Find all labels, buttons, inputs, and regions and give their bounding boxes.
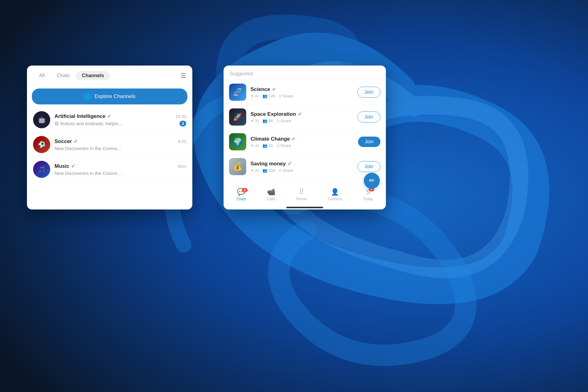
suggested-avatar-climate: 🌍 (229, 133, 246, 150)
suggested-avatar-space: 🚀 (229, 108, 246, 126)
suggested-name-money: Saving money ✓ (251, 161, 353, 167)
globe-icon: 🌐 (84, 93, 91, 100)
channel-item-ai[interactable]: 🤖 Artificial Intelligence ✓ 10:33 🖼 Robo… (27, 107, 192, 132)
join-button-science[interactable]: Join (357, 87, 380, 98)
left-panel: All Chats Channels ☰ 🌐 Explore Channels … (27, 66, 192, 209)
ai-label-science: ✦ AI (251, 94, 259, 98)
explore-channels-label: Explore Channels (94, 93, 135, 100)
suggested-header: Suggested (224, 66, 386, 80)
channel-time-music: Mon (178, 164, 186, 169)
contacts-icon: 👤 (331, 188, 339, 196)
tab-chats[interactable]: Chats (51, 71, 76, 80)
verified-science: ✓ (272, 87, 276, 92)
channel-time-ai: 10:33 (175, 114, 186, 119)
channel-avatar-ai: 🤖 (33, 111, 50, 128)
suggested-meta-space: ✦ AI 👥 86 ⎙ Share (251, 119, 353, 123)
ai-label-money: ✦ AI (251, 168, 259, 173)
channel-preview-ai: 🖼 Robots and Androids: Helpin... (55, 121, 123, 126)
tab-channels[interactable]: Channels (76, 71, 110, 80)
channel-name-ai: Artificial Intelligence ✓ (55, 113, 111, 119)
share-icon-science: ⎙ (279, 94, 281, 98)
share-icon-space: ⎙ (277, 119, 279, 123)
explore-channels-button[interactable]: 🌐 Explore Channels (32, 89, 187, 104)
join-button-money[interactable]: Join (357, 161, 380, 172)
chats-nav-label: Chats (236, 197, 246, 201)
channel-info-music: Music ✓ Mon New Discoveries in the Cosmi… (55, 163, 186, 176)
suggested-meta-science: ✦ AI 👥 145 ⎙ Share (251, 94, 353, 98)
nav-item-contacts[interactable]: 👤 Contacts (323, 187, 347, 202)
contacts-nav-label: Contacts (328, 197, 342, 201)
share-icon-climate: ⎙ (277, 143, 279, 148)
share-icon-money: ⎙ (279, 168, 281, 173)
preview-img-icon-ai: 🖼 (55, 121, 58, 126)
members-money: 👥 250 (262, 168, 275, 173)
suggested-info-climate: Climate Change ✓ ✦ AI 👥 45 ⎙ Share (251, 136, 354, 148)
suggested-item-space[interactable]: 🚀 Space Exploration ✓ ✦ AI 👥 86 (224, 105, 386, 130)
join-button-climate[interactable]: Join (358, 137, 380, 147)
ai-label-space: ✦ AI (251, 119, 259, 123)
bottom-nav: 💬 3 Chats 📹 Calls ⠿ Phone 👤 Contacts S ●… (224, 183, 386, 205)
verified-badge-music: ✓ (71, 164, 75, 169)
tab-all[interactable]: All (33, 71, 51, 80)
suggested-item-climate[interactable]: 🌍 Climate Change ✓ ✦ AI 👥 45 (224, 130, 386, 154)
share-money[interactable]: ⎙ Share (279, 168, 293, 173)
channel-name-row-music: Music ✓ Mon (55, 163, 186, 169)
channel-avatar-soccer: ⚽ (33, 136, 50, 153)
channel-preview-row-music: New Discoveries in the Cosmic... (55, 171, 186, 176)
compose-icon: ✏ (369, 177, 375, 185)
suggested-name-space: Space Exploration ✓ (251, 111, 353, 117)
filter-icon[interactable]: ☰ (181, 72, 186, 79)
suggested-item-science[interactable]: 🧬 Science ✓ ✦ AI 👥 145 ⎙ (224, 80, 386, 105)
channel-item-music[interactable]: 🎵 Music ✓ Mon New Discoveries in the Cos… (27, 157, 192, 182)
nav-item-phone[interactable]: ⠿ Phone (291, 187, 312, 202)
nav-item-calls[interactable]: 📹 Calls (262, 187, 280, 202)
channel-name-row-soccer: Soccer ✓ 9:03 (55, 138, 186, 145)
channel-preview-row-ai: 🖼 Robots and Androids: Helpin... 3 (55, 121, 186, 126)
home-bar (286, 207, 323, 208)
ai-label-climate: ✦ AI (251, 143, 259, 148)
phone-nav-label: Phone (296, 197, 307, 201)
unread-badge-ai: 3 (179, 121, 186, 126)
share-space[interactable]: ⎙ Share (277, 119, 291, 123)
verified-climate: ✓ (292, 136, 296, 142)
channel-avatar-music: 🎵 (33, 161, 50, 178)
nav-item-today[interactable]: S ● Today (358, 187, 378, 202)
today-nav-label: Today (363, 197, 373, 201)
suggested-name-climate: Climate Change ✓ (251, 136, 354, 142)
channel-preview-music: New Discoveries in the Cosmic... (55, 171, 122, 176)
suggested-item-money[interactable]: 💰 Saving money ✓ ✦ AI 👥 250 ⎙ (224, 154, 386, 179)
verified-badge-soccer: ✓ (74, 139, 78, 144)
members-icon-climate: 👥 (262, 143, 267, 148)
ai-icon-space: ✦ (251, 119, 254, 123)
nav-item-chats[interactable]: 💬 3 Chats (232, 187, 251, 202)
members-icon-science: 👥 (262, 94, 267, 98)
share-science[interactable]: ⎙ Share (279, 94, 293, 98)
channel-item-soccer[interactable]: ⚽ Soccer ✓ 9:03 New Discoveries in the C… (27, 132, 192, 157)
channel-list: 🤖 Artificial Intelligence ✓ 10:33 🖼 Robo… (27, 107, 192, 209)
members-space: 👥 86 (262, 119, 273, 123)
channel-info-soccer: Soccer ✓ 9:03 New Discoveries in the Cos… (55, 138, 186, 151)
members-climate: 👥 45 (262, 143, 273, 148)
suggested-info-science: Science ✓ ✦ AI 👥 145 ⎙ Share (251, 86, 353, 98)
phone-icon: ⠿ (299, 188, 304, 196)
suggested-avatar-science: 🧬 (229, 84, 246, 101)
right-panel: Suggested 🧬 Science ✓ ✦ AI 👥 145 (224, 66, 386, 209)
verified-space: ✓ (298, 111, 302, 117)
calls-icon: 📹 (267, 188, 275, 196)
members-icon-money: 👥 (262, 168, 267, 173)
share-climate[interactable]: ⎙ Share (277, 143, 291, 148)
suggested-name-science: Science ✓ (251, 86, 353, 92)
channel-name-music: Music ✓ (55, 163, 75, 169)
ai-icon-climate: ✦ (251, 143, 254, 148)
suggested-list: 🧬 Science ✓ ✦ AI 👥 145 ⎙ (224, 80, 386, 183)
join-button-space[interactable]: Join (357, 111, 380, 123)
chats-badge: 3 (242, 188, 247, 192)
channel-preview-soccer: New Discoveries in the Cosmic... (55, 146, 122, 151)
verified-money: ✓ (288, 161, 292, 167)
channel-time-soccer: 9:03 (178, 139, 186, 144)
compose-fab[interactable]: ✏ (364, 173, 380, 189)
calls-nav-label: Calls (267, 197, 275, 201)
members-science: 👥 145 (262, 94, 275, 98)
suggested-avatar-money: 💰 (229, 158, 246, 175)
verified-badge-ai: ✓ (107, 114, 111, 119)
